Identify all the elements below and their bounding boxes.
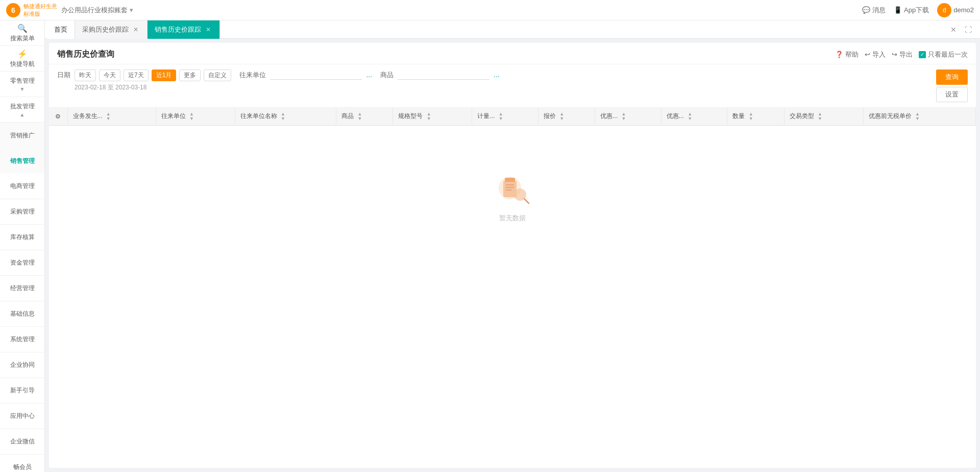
col-unit[interactable]: 计量... ▲▼ — [472, 108, 538, 126]
chevron-up-icon: ▲ — [20, 112, 25, 117]
sidebar-item-enterprise-wechat[interactable]: 企业微信 — [0, 429, 44, 455]
goods-ellipsis-btn[interactable]: ... — [494, 70, 500, 79]
date-btn-more[interactable]: 更多 — [179, 69, 201, 81]
export-btn[interactable]: ↪ 导出 — [892, 50, 913, 59]
main-layout: 🔍 搜索菜单 ⚡ 快捷导航 零售管理 ▼ 批发管理 ▲ 营销推广 销售管理 电商… — [0, 20, 980, 472]
import-icon: ↩ — [865, 51, 870, 58]
content-area: 首页 采购历史价跟踪 ✕ 销售历史价跟踪 ✕ ✕ ⛶ 销售历史价查询 — [45, 20, 980, 472]
col-trade-type[interactable]: 交易类型 ▲▼ — [784, 108, 863, 126]
topbar-left: 6 畅捷通好生意 标准版 办公用品行业模拟账套 ▾ — [6, 3, 133, 17]
sidebar-sub-wholesale: 营销推广 销售管理 — [0, 123, 44, 174]
col-discount1[interactable]: 优惠... ▲▼ — [595, 108, 662, 126]
sidebar-item-system[interactable]: 系统管理 — [0, 327, 44, 352]
tab-bar-actions: ✕ ⛶ — [948, 25, 978, 35]
user-profile-btn[interactable]: d demo2 — [937, 3, 974, 17]
tab-bar: 首页 采购历史价跟踪 ✕ 销售历史价跟踪 ✕ ✕ ⛶ — [45, 20, 980, 39]
logo-text: 畅捷通好生意 标准版 — [23, 3, 57, 17]
goods-input[interactable] — [398, 69, 489, 80]
app-download-btn[interactable]: 📱 App下载 — [894, 6, 929, 15]
tab-close-sales[interactable]: ✕ — [204, 26, 212, 34]
col-discount2[interactable]: 优惠... ▲▼ — [661, 108, 727, 126]
sidebar-item-purchase[interactable]: 采购管理 — [0, 199, 44, 225]
col-pretax-price[interactable]: 优惠前无税单价 ▲▼ — [863, 108, 975, 126]
col-quantity[interactable]: 数量 ▲▼ — [727, 108, 784, 126]
sidebar-item-vip[interactable]: 畅会员 — [0, 455, 44, 472]
partner-input-group: ... — [270, 69, 372, 80]
goods-input-group: ... — [398, 69, 500, 80]
svg-line-7 — [524, 199, 529, 203]
col-partner-code[interactable]: 往来单位 ▲▼ — [156, 108, 235, 126]
message-icon: 💬 — [862, 6, 870, 14]
page-header: 销售历史价查询 ❓ 帮助 ↩ 导入 ↪ 导出 ✓ — [49, 43, 976, 64]
only-last-checkbox[interactable]: ✓ 只看最后一次 — [919, 50, 968, 59]
sidebar-item-operation[interactable]: 经营管理 — [0, 276, 44, 301]
sidebar-item-marketing[interactable]: 营销推广 — [0, 123, 44, 148]
date-label: 日期 — [57, 69, 70, 80]
sidebar-item-sales-mgmt[interactable]: 销售管理 — [0, 148, 44, 174]
date-btn-7days[interactable]: 近7天 — [124, 69, 149, 81]
date-btn-today[interactable]: 今天 — [99, 69, 120, 81]
settings-button[interactable]: 设置 — [936, 87, 968, 102]
date-filter-group: 日期 昨天 今天 近7天 近1月 更多 自定义 2023-02-18 至 202… — [57, 69, 231, 92]
logo-icon: 6 — [6, 3, 20, 17]
tab-home[interactable]: 首页 — [47, 20, 75, 39]
logo-area: 6 畅捷通好生意 标准版 — [6, 3, 57, 17]
topbar-app-title: 办公用品行业模拟账套 ▾ — [61, 6, 133, 15]
sort-icon: ▲▼ — [915, 112, 920, 121]
sidebar-item-app-center[interactable]: 应用中心 — [0, 404, 44, 429]
col-partner-name[interactable]: 往来单位名称 ▲▼ — [235, 108, 336, 126]
avatar-initial: d — [943, 7, 946, 14]
sidebar-item-ecommerce[interactable]: 电商管理 — [0, 174, 44, 199]
col-settings[interactable]: ⚙ — [49, 108, 67, 126]
search-icon: 🔍 — [17, 23, 28, 33]
col-goods[interactable]: 商品 ▲▼ — [336, 108, 393, 126]
sort-icon: ▲▼ — [357, 112, 362, 121]
date-btn-1month[interactable]: 近1月 — [152, 69, 177, 81]
partner-ellipsis-btn[interactable]: ... — [366, 70, 372, 79]
sidebar-item-wholesale-mgmt[interactable]: 批发管理 ▲ — [0, 97, 44, 123]
table-container: ⚙ 业务发生... ▲▼ 往来单位 ▲▼ 往来单位名称 ▲ — [49, 108, 976, 264]
sidebar-item-inventory[interactable]: 库存核算 — [0, 225, 44, 250]
sidebar-item-quick-nav[interactable]: ⚡ 快捷导航 — [0, 46, 44, 72]
sort-icon: ▲▼ — [189, 112, 194, 121]
sort-icon: ▲▼ — [622, 112, 626, 121]
empty-state: 暂无数据 — [49, 126, 976, 264]
tab-purchase-history[interactable]: 采购历史价跟踪 ✕ — [75, 20, 148, 39]
topbar: 6 畅捷通好生意 标准版 办公用品行业模拟账套 ▾ 💬 消息 📱 App下载 d… — [0, 0, 980, 20]
checkbox-checked-icon: ✓ — [919, 51, 926, 58]
tab-close-all-icon[interactable]: ✕ — [948, 25, 959, 35]
help-icon: ❓ — [835, 51, 843, 58]
col-spec[interactable]: 规格型号 ▲▼ — [393, 108, 472, 126]
col-biz-date[interactable]: 业务发生... ▲▼ — [67, 108, 156, 126]
help-btn[interactable]: ❓ 帮助 — [835, 50, 859, 59]
avatar: d — [937, 3, 951, 17]
date-range-text: 2023-02-18 至 2023-03-18 — [75, 83, 231, 92]
sidebar-item-retail-mgmt[interactable]: 零售管理 ▼ — [0, 72, 44, 97]
empty-text: 暂无数据 — [499, 214, 526, 223]
partner-filter-group: 往来单位 ... — [239, 69, 372, 80]
export-icon: ↪ — [892, 51, 897, 58]
phone-icon: 📱 — [894, 6, 902, 14]
sidebar-item-new-guide[interactable]: 新手引导 — [0, 378, 44, 404]
chevron-down-icon[interactable]: ▾ — [130, 6, 133, 14]
col-quoted-price[interactable]: 报价 ▲▼ — [538, 108, 595, 126]
date-btn-yesterday[interactable]: 昨天 — [75, 69, 96, 81]
tab-sales-history[interactable]: 销售历史价跟踪 ✕ — [148, 20, 220, 39]
partner-input[interactable] — [270, 69, 362, 80]
filter-bar: 日期 昨天 今天 近7天 近1月 更多 自定义 2023-02-18 至 202… — [49, 64, 976, 108]
tab-maximize-icon[interactable]: ⛶ — [963, 25, 974, 35]
sidebar-item-enterprise-coop[interactable]: 企业协同 — [0, 352, 44, 378]
sidebar-item-basic-info[interactable]: 基础信息 — [0, 301, 44, 327]
quick-nav-icon: ⚡ — [17, 49, 28, 59]
import-btn[interactable]: ↩ 导入 — [865, 50, 886, 59]
tab-close-purchase[interactable]: ✕ — [132, 26, 140, 34]
sort-icon: ▲▼ — [106, 112, 111, 121]
query-button[interactable]: 查询 — [936, 69, 968, 85]
sidebar-item-finance[interactable]: 资金管理 — [0, 250, 44, 276]
data-table: ⚙ 业务发生... ▲▼ 往来单位 ▲▼ 往来单位名称 ▲ — [49, 108, 976, 126]
table-head: ⚙ 业务发生... ▲▼ 往来单位 ▲▼ 往来单位名称 ▲ — [49, 108, 976, 126]
date-options: 昨天 今天 近7天 近1月 更多 自定义 2023-02-18 至 2023-0… — [75, 69, 231, 92]
sidebar-item-search-menu[interactable]: 🔍 搜索菜单 — [0, 20, 44, 46]
date-btn-custom[interactable]: 自定义 — [204, 69, 231, 81]
message-btn[interactable]: 💬 消息 — [862, 6, 886, 15]
